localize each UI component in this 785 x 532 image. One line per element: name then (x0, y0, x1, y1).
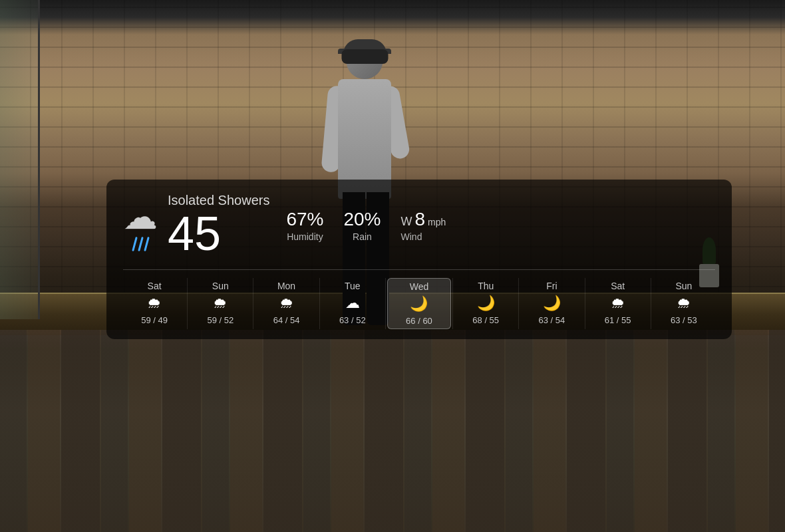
rain-line (144, 236, 150, 251)
window-panel (0, 0, 40, 319)
rain-line (132, 236, 138, 251)
forecast-day-name: Thu (478, 281, 494, 291)
forecast-day-name: Fri (546, 281, 557, 291)
forecast-day-name: Sun (212, 281, 229, 291)
forecast-icon: 🌧 (213, 295, 228, 312)
day-divider (319, 278, 320, 329)
forecast-icon: ☁ (345, 295, 360, 312)
forecast-day-tue-3: Tue ☁ 63 / 52 (321, 278, 384, 329)
weather-icon-block: ☁ (123, 200, 158, 251)
forecast-icon: 🌧 (677, 295, 691, 312)
wind-top: W 8 mph (401, 209, 446, 230)
forecast-day-sun-1: Sun 🌧 59 / 52 (189, 278, 251, 329)
day-divider (385, 278, 386, 329)
forecast-day-sat-0: Sat 🌧 59 / 49 (123, 278, 186, 329)
forecast-day-name: Mon (277, 281, 295, 291)
forecast-icon: 🌙 (543, 295, 561, 312)
wind-stat: W 8 mph Wind (401, 209, 446, 242)
current-temp-block: Isolated Showers 45 (168, 193, 269, 257)
rain-lines (134, 237, 148, 251)
humidity-value: 67% (286, 209, 323, 230)
forecast-temps: 66 / 60 (406, 316, 432, 326)
cloud-icon: ☁ (123, 200, 158, 234)
forecast-icon: 🌧 (279, 295, 294, 312)
forecast-day-sat-7: Sat 🌧 61 / 55 (587, 278, 649, 329)
day-divider (518, 278, 519, 329)
rain-label: Rain (353, 231, 372, 242)
day-divider (585, 278, 585, 329)
forecast-day-name: Sat (148, 281, 162, 291)
wind-direction: W (401, 215, 412, 229)
forecast-day-mon-2: Mon 🌧 64 / 54 (255, 278, 317, 329)
day-divider (187, 278, 188, 329)
vr-headset (341, 49, 388, 64)
day-divider (651, 278, 651, 329)
forecast-day-sun-8: Sun 🌧 63 / 53 (653, 278, 715, 329)
forecast-temps: 59 / 49 (141, 315, 168, 325)
forecast-temps: 68 / 55 (472, 315, 499, 325)
current-temperature: 45 (168, 209, 269, 257)
weather-overlay: ☁ Isolated Showers 45 67% Humidity 20% R… (106, 180, 732, 339)
forecast-day-name: Tue (345, 281, 361, 291)
wind-label: Wind (401, 231, 446, 242)
day-divider (452, 278, 453, 329)
forecast-day-thu-5: Thu 🌙 68 / 55 (454, 278, 517, 329)
forecast-icon: 🌧 (147, 295, 162, 312)
forecast-icon: 🌙 (477, 295, 495, 312)
forecast-icon: 🌙 (410, 295, 428, 313)
humidity-label: Humidity (287, 231, 323, 242)
forecast-icon: 🌧 (611, 295, 625, 312)
forecast-row: Sat 🌧 59 / 49 Sun 🌧 59 / 52 Mon 🌧 64 / 5… (123, 269, 715, 329)
forecast-day-name: Sun (675, 281, 692, 291)
rain-line (138, 236, 144, 251)
forecast-day-fri-6: Fri 🌙 63 / 54 (520, 278, 583, 329)
forecast-temps: 63 / 53 (671, 315, 697, 325)
forecast-temps: 63 / 52 (339, 315, 366, 325)
forecast-day-name: Sat (611, 281, 625, 291)
weather-condition: Isolated Showers (168, 193, 269, 208)
forecast-day-wed-4: Wed 🌙 66 / 60 (387, 278, 451, 329)
weather-stats: 67% Humidity 20% Rain W 8 mph Wind (286, 209, 446, 242)
humidity-stat: 67% Humidity (286, 209, 323, 242)
forecast-temps: 59 / 52 (207, 315, 234, 325)
forecast-temps: 63 / 54 (539, 315, 565, 325)
person-head (347, 43, 383, 79)
forecast-day-name: Wed (410, 281, 429, 292)
wind-unit: mph (428, 217, 446, 227)
rain-value: 20% (343, 209, 381, 230)
forecast-temps: 64 / 54 (273, 315, 300, 325)
day-divider (253, 278, 253, 329)
rain-stat: 20% Rain (343, 209, 381, 242)
wind-speed: 8 (415, 209, 426, 230)
current-weather-section: ☁ Isolated Showers 45 67% Humidity 20% R… (123, 193, 715, 257)
forecast-temps: 61 / 55 (605, 315, 631, 325)
